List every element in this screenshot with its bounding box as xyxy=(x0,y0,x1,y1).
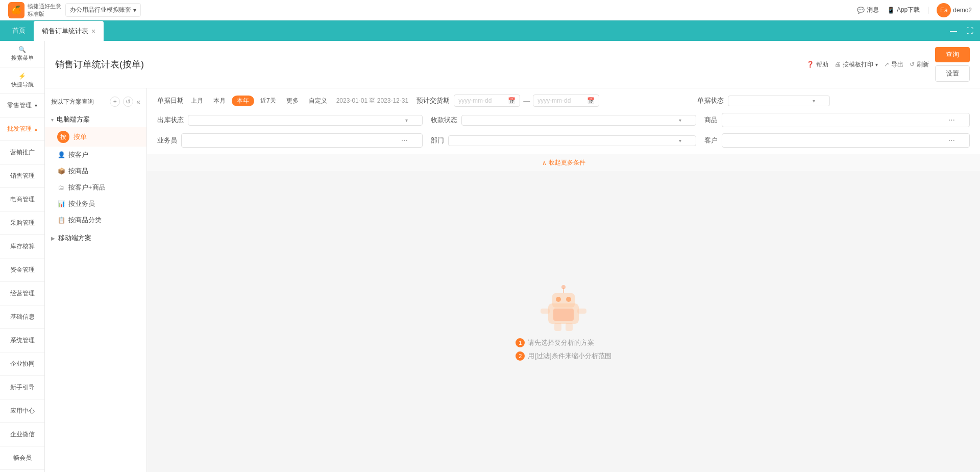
sidebar-item-app[interactable]: 应用中心 xyxy=(0,399,44,423)
tab-active[interactable]: 销售订单统计表 × xyxy=(34,21,104,41)
company-selector[interactable]: 办公用品行业模拟账套 ▾ xyxy=(65,3,141,17)
export-action[interactable]: ↗ 导出 xyxy=(884,60,903,69)
tip-2-num: 2 xyxy=(516,351,525,361)
sidebar-item-newbie[interactable]: 新手引导 xyxy=(0,376,44,399)
scheme-group-mobile-header[interactable]: ▶ 移动端方案 xyxy=(45,230,146,246)
sidebar-item-wechat[interactable]: 企业微信 xyxy=(0,423,44,446)
sidebar-search[interactable]: 🔍 搜索菜单 xyxy=(0,41,44,67)
scheme-group-pc-header[interactable]: ▾ 电脑端方案 xyxy=(45,112,146,127)
sidebar-item-member[interactable]: 畅会员 xyxy=(0,446,44,470)
scheme-item-by-customer[interactable]: 👤 按客户 xyxy=(45,147,146,163)
filter-row-3: 业务员 ··· 部门 ▾ xyxy=(157,133,970,148)
sidebar-item-sales[interactable]: 销售管理 xyxy=(0,164,44,188)
help-action[interactable]: ❓ 帮助 xyxy=(806,60,828,69)
sidebar-item-system[interactable]: 系统管理 xyxy=(0,329,44,352)
receive-status-select[interactable]: ▾ xyxy=(461,115,696,126)
date-tab-custom[interactable]: 自定义 xyxy=(305,96,331,106)
scheme-group-pc: ▾ 电脑端方案 按 按单 👤 按客户 📦 xyxy=(45,112,146,228)
calendar-icon-end: 📅 xyxy=(587,97,595,104)
top-bar: 🍊 畅捷通好生意 标准版 办公用品行业模拟账套 ▾ 💬 消息 📱 App下载 E… xyxy=(0,0,980,20)
sidebar-item-enterprise[interactable]: 企业协同 xyxy=(0,352,44,376)
nav-icon: ⚡ xyxy=(4,73,40,80)
doc-status-select[interactable]: ▾ xyxy=(728,96,830,106)
expected-date-inputs: yyyy-mm-dd 📅 — yyyy-mm-dd 📅 xyxy=(454,95,599,107)
sidebar-item-purchase[interactable]: 采购管理 xyxy=(0,211,44,235)
customer-select[interactable]: ··· xyxy=(722,133,970,148)
svg-rect-8 xyxy=(577,309,586,314)
scheme-refresh-btn[interactable]: ↺ xyxy=(123,97,133,107)
salesperson-label: 业务员 xyxy=(157,136,177,145)
scheme-item-by-salesperson[interactable]: 📊 按业务员 xyxy=(45,196,146,212)
date-tab-last-month[interactable]: 上月 xyxy=(187,96,207,106)
filter-receive-status-group: 收款状态 ▾ xyxy=(431,115,696,126)
filter-date-group: 单据日期 上月 本月 本年 近7天 更多 自定义 2023-01-01 至 20… xyxy=(157,96,408,106)
scheme-item-by-goods[interactable]: 📦 按商品 xyxy=(45,163,146,179)
divider xyxy=(928,7,928,14)
receive-status-label: 收款状态 xyxy=(431,115,457,125)
sidebar-item-wholesale[interactable]: 批发管理 ▴ xyxy=(0,117,44,141)
date-tab-this-month[interactable]: 本月 xyxy=(209,96,230,106)
scheme-add-btn[interactable]: + xyxy=(110,97,120,107)
salesperson-ellipsis-icon[interactable]: ··· xyxy=(401,136,408,145)
scheme-item-by-customer-goods[interactable]: 🗂 按客户+商品 xyxy=(45,179,146,196)
sidebar-item-inventory[interactable]: 库存核算 xyxy=(0,235,44,258)
customer-label: 客户 xyxy=(704,136,718,145)
tab-minimize-btn[interactable]: — xyxy=(947,25,960,37)
expected-date-start-placeholder: yyyy-mm-dd xyxy=(458,97,492,104)
sidebar-item-ecommerce[interactable]: 电商管理 xyxy=(0,188,44,211)
avatar: Ea xyxy=(937,3,951,17)
empty-icon xyxy=(533,283,594,334)
by-category-icon: 📋 xyxy=(57,216,65,224)
svg-point-3 xyxy=(556,297,561,302)
salesperson-select[interactable]: ··· xyxy=(181,133,423,148)
svg-point-6 xyxy=(561,285,566,289)
sidebar-nav[interactable]: ⚡ 快捷导航 xyxy=(0,67,44,94)
tab-home[interactable]: 首页 xyxy=(4,20,34,41)
main-layout: 🔍 搜索菜单 ⚡ 快捷导航 零售管理 ▾ 批发管理 ▴ 营销推广 销售管理 电商… xyxy=(0,41,980,472)
scheme-item-by-order[interactable]: 按 按单 xyxy=(45,127,146,147)
date-tab-7days[interactable]: 近7天 xyxy=(256,96,280,106)
expected-date-end[interactable]: yyyy-mm-dd 📅 xyxy=(533,95,599,107)
filter-section: 单据日期 上月 本月 本年 近7天 更多 自定义 2023-01-01 至 20… xyxy=(147,88,980,171)
page-header-actions: ❓ 帮助 🖨 按模板打印 ▾ ↗ 导出 ↺ 刷新 查询 xyxy=(806,47,970,82)
print-action[interactable]: 🖨 按模板打印 ▾ xyxy=(835,60,878,69)
sidebar-item-finance[interactable]: 资金管理 xyxy=(0,258,44,282)
sidebar-item-retail[interactable]: 零售管理 ▾ xyxy=(0,94,44,117)
tab-maximize-btn[interactable]: ⛶ xyxy=(964,25,976,37)
scheme-panel-header: 按以下方案查询 + ↺ « xyxy=(45,93,146,110)
sidebar-item-basic[interactable]: 基础信息 xyxy=(0,305,44,329)
goods-select[interactable]: ··· xyxy=(722,113,970,127)
out-status-arrow-icon: ▾ xyxy=(405,117,408,123)
dept-label: 部门 xyxy=(431,136,444,145)
filter-out-status-group: 出库状态 ▾ xyxy=(157,115,423,126)
by-customer-goods-icon: 🗂 xyxy=(57,183,65,192)
dept-select[interactable]: ▾ xyxy=(448,135,696,146)
date-range-display: 2023-01-01 至 2023-12-31 xyxy=(336,97,408,105)
date-tab-more[interactable]: 更多 xyxy=(282,96,303,106)
svg-point-4 xyxy=(566,297,571,302)
out-status-select[interactable]: ▾ xyxy=(188,115,423,126)
app-download-action[interactable]: 📱 App下载 xyxy=(887,6,920,14)
message-action[interactable]: 💬 消息 xyxy=(857,6,879,14)
logo-area: 🍊 畅捷通好生意 标准版 xyxy=(8,2,61,18)
date-tabs: 上月 本月 本年 近7天 更多 自定义 xyxy=(187,96,331,106)
expected-date-start[interactable]: yyyy-mm-dd 📅 xyxy=(454,95,520,107)
goods-ellipsis-icon[interactable]: ··· xyxy=(948,115,955,125)
filter-goods-group: 商品 ··· xyxy=(704,113,970,127)
search-button[interactable]: 查询 xyxy=(935,47,970,62)
svg-rect-9 xyxy=(554,323,561,331)
user-action[interactable]: Ea demo2 xyxy=(937,3,972,17)
by-salesperson-icon: 📊 xyxy=(57,200,65,208)
tab-close-icon[interactable]: × xyxy=(91,27,95,35)
refresh-action[interactable]: ↺ 刷新 xyxy=(910,60,929,69)
collapse-bar[interactable]: ∧ 收起更多条件 xyxy=(147,154,980,171)
scheme-item-by-category[interactable]: 📋 按商品分类 xyxy=(45,212,146,228)
scheme-collapse-btn[interactable]: « xyxy=(136,98,140,106)
sidebar-item-operations[interactable]: 经营管理 xyxy=(0,282,44,305)
export-icon: ↗ xyxy=(884,61,889,68)
sidebar-item-marketing[interactable]: 营销推广 xyxy=(0,141,44,164)
setting-button[interactable]: 设置 xyxy=(935,65,970,82)
date-tab-this-year[interactable]: 本年 xyxy=(232,96,254,106)
sidebar: 🔍 搜索菜单 ⚡ 快捷导航 零售管理 ▾ 批发管理 ▴ 营销推广 销售管理 电商… xyxy=(0,41,45,472)
customer-ellipsis-icon[interactable]: ··· xyxy=(948,136,955,145)
